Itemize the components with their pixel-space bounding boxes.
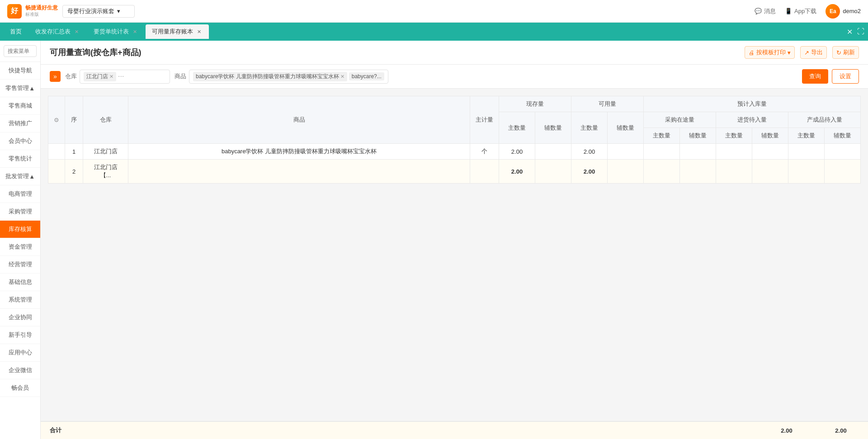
sidebar-item-member[interactable]: 会员中心	[0, 132, 40, 150]
totals-values: 2.00 2.00	[769, 427, 859, 434]
sidebar-item-retail-mall[interactable]: 零售商城	[0, 97, 40, 115]
filter-actions: 查询 设置	[802, 69, 859, 84]
warehouse-tag: 江北门店 ✕	[84, 72, 116, 81]
row-1-stock-main: 2.00	[499, 144, 535, 160]
top-bar-right: 💬 消息 📱 App下载 Ea demo2	[755, 4, 861, 19]
export-btn[interactable]: ↗ 导出	[800, 46, 827, 59]
warehouse-input[interactable]: 江北门店 ✕ ···	[80, 70, 170, 84]
print-btn[interactable]: 🖨 按模板打印 ▾	[745, 46, 795, 59]
th-product-aux: 辅数量	[825, 128, 861, 144]
row-1-product-main	[788, 144, 825, 160]
product-tag-1-close[interactable]: ✕	[340, 74, 344, 80]
row-1-unit: 个	[470, 144, 499, 160]
tab-receive-summary[interactable]: 收发存汇总表 ✕	[29, 24, 86, 39]
page-title: 可用量查询(按仓库+商品)	[50, 47, 142, 58]
table-container: ⚙ 序 仓库 商品 主计量 现存量 可用量 预计入库量 主数量 辅数量 主数量	[41, 89, 868, 421]
product-input[interactable]: babycare学饮杯 儿童防摔防撞吸管杯重力球吸嘴杯宝宝水杯 ✕ babyca…	[189, 70, 388, 84]
sidebar-item-enterprise[interactable]: 企业协同	[0, 309, 40, 326]
row-1-incoming-main	[716, 144, 752, 160]
th-current-stock: 现存量	[499, 96, 571, 112]
close-window-icon[interactable]: ✕	[847, 28, 853, 36]
sidebar-item-enterprise-wechat[interactable]: 企业微信	[0, 362, 40, 379]
sidebar-item-retail-mgmt[interactable]: 零售管理 ▲	[0, 80, 40, 97]
row-2-no: 2	[65, 160, 83, 184]
app-download-btn[interactable]: 📱 App下载	[785, 7, 816, 15]
th-purchase-aux: 辅数量	[680, 128, 716, 144]
industry-selector[interactable]: 母婴行业演示账套 ▾	[62, 5, 135, 18]
top-bar-left: 好 畅捷通好生意 标准版 母婴行业演示账套 ▾	[7, 4, 135, 19]
row-2-checkbox[interactable]	[48, 160, 65, 184]
sidebar-item-purchase[interactable]: 采购管理	[0, 203, 40, 221]
sidebar-search-area	[0, 41, 40, 62]
sidebar-item-finance[interactable]: 资金管理	[0, 238, 40, 256]
row-1-no: 1	[65, 144, 83, 160]
row-1-stock-aux	[535, 144, 571, 160]
sidebar-item-inventory[interactable]: 库存核算	[0, 221, 40, 238]
product-filter-group: 商品 babycare学饮杯 儿童防摔防撞吸管杯重力球吸嘴杯宝宝水杯 ✕ bab…	[175, 70, 388, 84]
warehouse-tag-close[interactable]: ✕	[109, 74, 113, 80]
tab-receive-summary-label: 收发存汇总表	[35, 28, 71, 36]
nav-right-icons: ✕ ⛶	[847, 28, 864, 36]
product-tag-1: babycare学饮杯 儿童防摔防撞吸管杯重力球吸嘴杯宝宝水杯 ✕	[193, 72, 347, 81]
sidebar-item-operations[interactable]: 经营管理	[0, 256, 40, 274]
warehouse-filter-group: 仓库 江北门店 ✕ ···	[65, 70, 170, 84]
table-body: 1 江北门店 babycare学饮杯 儿童防摔防撞吸管杯重力球吸嘴杯宝宝水杯 个…	[48, 144, 861, 184]
th-no: 序	[65, 96, 83, 144]
search-input[interactable]	[4, 45, 37, 57]
sidebar-item-system[interactable]: 系统管理	[0, 291, 40, 309]
th-warehouse: 仓库	[83, 96, 128, 144]
th-purchase-main: 主数量	[644, 128, 680, 144]
sidebar-item-quick-nav[interactable]: 快捷导航	[0, 62, 40, 80]
row-2-product-main	[788, 160, 825, 184]
page-header: 可用量查询(按仓库+商品) 🖨 按模板打印 ▾ ↗ 导出 ↻ 刷新	[41, 41, 868, 65]
filter-expand-btn[interactable]: »	[50, 71, 61, 82]
sidebar-item-vip[interactable]: 畅会员	[0, 379, 40, 397]
sidebar-item-basic-info[interactable]: 基础信息	[0, 274, 40, 291]
row-1-warehouse: 江北门店	[83, 144, 128, 160]
sidebar-item-new-guide[interactable]: 新手引导	[0, 326, 40, 344]
row-1-incoming-aux	[752, 144, 788, 160]
th-incoming-pending: 进货待入量	[716, 112, 788, 128]
row-2-unit	[470, 160, 499, 184]
query-button[interactable]: 查询	[802, 69, 828, 84]
logo-sub: 标准版	[25, 11, 58, 18]
tab-order-stats-close[interactable]: ✕	[132, 28, 138, 35]
totals-bar: 合计 2.00 2.00	[41, 421, 868, 439]
message-icon: 💬	[755, 8, 762, 14]
th-avail-aux: 辅数量	[608, 112, 644, 144]
refresh-btn[interactable]: ↻ 刷新	[832, 46, 859, 59]
user-area[interactable]: Ea demo2	[826, 4, 861, 19]
row-1-checkbox[interactable]	[48, 144, 65, 160]
table-row: 1 江北门店 babycare学饮杯 儿童防摔防撞吸管杯重力球吸嘴杯宝宝水杯 个…	[48, 144, 861, 160]
settings-button[interactable]: 设置	[832, 69, 859, 84]
tab-available-inventory-label: 可用量库存账本	[152, 28, 193, 36]
th-stock-main: 主数量	[499, 112, 535, 144]
avatar: Ea	[826, 4, 840, 19]
th-stock-aux: 辅数量	[535, 112, 571, 144]
product-label: 商品	[175, 72, 186, 80]
th-purchase-transit: 采购在途量	[644, 112, 716, 128]
row-2-incoming-main	[716, 160, 752, 184]
row-1-avail-main: 2.00	[571, 144, 608, 160]
tab-available-inventory[interactable]: 可用量库存账本 ✕	[146, 24, 209, 39]
home-tab-label: 首页	[10, 28, 22, 36]
sidebar-item-retail-stats[interactable]: 零售统计	[0, 150, 40, 168]
th-settings[interactable]: ⚙	[48, 96, 65, 144]
row-2-avail-main: 2.00	[571, 160, 608, 184]
main-layout: 快捷导航 零售管理 ▲ 零售商城 营销推广 会员中心 零售统计 批发管理 ▲ 电…	[0, 41, 868, 439]
tab-available-inventory-close[interactable]: ✕	[196, 28, 203, 35]
top-bar: 好 畅捷通好生意 标准版 母婴行业演示账套 ▾ 💬 消息 📱 App下载 Ea …	[0, 0, 868, 23]
expand-icon[interactable]: ⛶	[857, 28, 864, 36]
tab-home[interactable]: 首页	[4, 24, 28, 39]
sidebar-item-app-center[interactable]: 应用中心	[0, 344, 40, 362]
row-2-product-aux	[825, 160, 861, 184]
filter-bar: » 仓库 江北门店 ✕ ··· 商品 babycare学饮杯 儿童防摔防撞吸管杯…	[41, 65, 868, 89]
sidebar-item-ecommerce[interactable]: 电商管理	[0, 185, 40, 203]
sidebar-item-wholesale[interactable]: 批发管理 ▲	[0, 168, 40, 185]
settings-gear-icon[interactable]: ⚙	[54, 117, 59, 123]
sidebar-item-marketing[interactable]: 营销推广	[0, 115, 40, 132]
warehouse-more[interactable]: ···	[118, 72, 124, 80]
tab-receive-summary-close[interactable]: ✕	[73, 28, 80, 35]
tab-order-stats[interactable]: 要货单统计表 ✕	[87, 24, 145, 39]
message-btn[interactable]: 💬 消息	[755, 7, 776, 15]
